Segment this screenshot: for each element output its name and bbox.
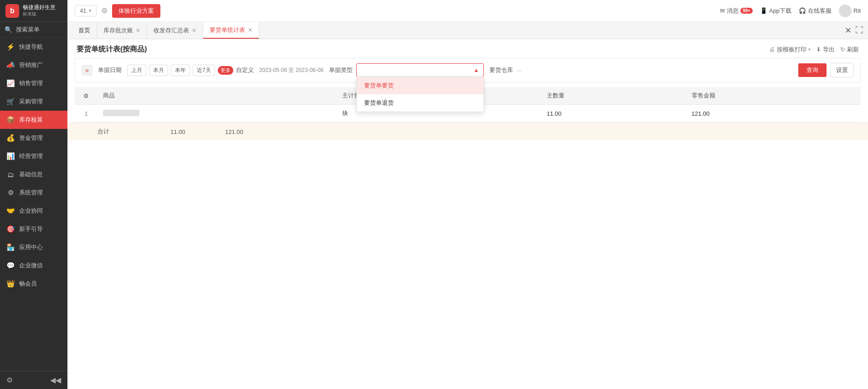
tab-home[interactable]: 首页: [72, 22, 97, 39]
user-area[interactable]: Rit: [839, 5, 861, 17]
enterprise-icon: 🤝: [6, 207, 15, 215]
row-amount: 121.00: [686, 105, 861, 123]
print-icon: 🖨: [769, 46, 775, 53]
messages-action[interactable]: ✉ 消息 99+: [720, 7, 753, 15]
warehouse-dots[interactable]: ···: [517, 67, 522, 74]
app-download-label: App下载: [769, 7, 791, 15]
sidebar-item-inventory[interactable]: 📦 库存核算: [0, 111, 67, 129]
avatar: [839, 5, 852, 17]
settings-footer-icon[interactable]: ⚙: [6, 376, 13, 384]
online-service-action[interactable]: 🎧 在线客服: [799, 7, 832, 15]
dropdown-option-1[interactable]: 要货单退货: [357, 94, 483, 112]
store-selector[interactable]: 41 ▾: [75, 5, 97, 16]
sidebar-item-label: 销售管理: [19, 79, 43, 87]
sidebar-item-label: 经营管理: [19, 152, 43, 160]
tab-bar: 首页 库存批次账 ✕ 收发存汇总表 ✕ 要货单统计表 ✕ ✕ ⛶: [67, 22, 868, 39]
app-download-action[interactable]: 📱 App下载: [760, 7, 791, 15]
sidebar-item-guide[interactable]: 🎯 新手引导: [0, 220, 67, 238]
tab-home-label: 首页: [78, 26, 90, 35]
close-tab-inventory-batch-icon[interactable]: ✕: [136, 27, 140, 34]
tab-inventory-batch-label: 库存批次账: [103, 26, 133, 35]
sidebar-item-finance[interactable]: 💰 资金管理: [0, 129, 67, 147]
tab-order-stats-label: 要货单统计表: [210, 26, 245, 34]
sidebar-item-system[interactable]: ⚙ 系统管理: [0, 184, 67, 202]
table-footer: 合计 11.00 121.00: [67, 123, 868, 140]
sidebar-item-quick-nav[interactable]: ⚡ 快捷导航: [0, 38, 67, 56]
finance-icon: 💰: [6, 134, 15, 142]
header-left: 41 ▾ ⚙ 体验行业方案: [75, 4, 160, 18]
close-tab-receive-summary-icon[interactable]: ✕: [192, 27, 196, 34]
refresh-icon: ↻: [840, 46, 845, 53]
top-header: 41 ▾ ⚙ 体验行业方案 ✉ 消息 99+ 📱 App下载 🎧 在线客服 R: [67, 0, 868, 22]
header-gear-icon[interactable]: ⚙: [101, 6, 108, 15]
sidebar-item-label: 基础信息: [19, 170, 43, 179]
type-select-wrap: 单据类型 ▲ 要货单要货 要货单退货: [329, 63, 484, 77]
sidebar-item-sales[interactable]: 📈 销售管理: [0, 74, 67, 92]
sidebar-item-basic[interactable]: 🗂 基础信息: [0, 165, 67, 184]
page-actions: 🖨 按模板打印 ▾ ⬇ 导出 ↻ 刷新: [769, 46, 859, 54]
export-action[interactable]: ⬇ 导出: [816, 46, 835, 54]
sidebar-item-operations[interactable]: 📊 经营管理: [0, 147, 67, 165]
sidebar-item-enterprise[interactable]: 🤝 企业协同: [0, 202, 67, 220]
type-select-box[interactable]: ▲ 要货单要货 要货单退货: [356, 63, 484, 77]
type-select-arrow-icon: ▲: [473, 67, 479, 73]
search-menu-label: 搜索菜单: [16, 26, 40, 34]
print-action[interactable]: 🖨 按模板打印 ▾: [769, 46, 811, 54]
system-icon: ⚙: [6, 189, 15, 197]
col-quantity: 主数量: [541, 87, 686, 105]
basic-icon: 🗂: [6, 171, 15, 179]
download-icon: 📱: [760, 7, 767, 14]
date-this-month-btn[interactable]: 本月: [149, 65, 168, 76]
tab-receive-summary[interactable]: 收发存汇总表 ✕: [147, 22, 203, 39]
col-amount: 零售金额: [686, 87, 861, 105]
tab-inventory-batch[interactable]: 库存批次账 ✕: [97, 22, 147, 39]
sidebar-item-label: 采购管理: [19, 97, 43, 106]
row-index: 1: [75, 105, 98, 123]
date-this-year-btn[interactable]: 本年: [171, 65, 190, 76]
sidebar-item-marketing[interactable]: 📣 营销推广: [0, 56, 67, 74]
collapse-icon[interactable]: ◀◀: [50, 376, 61, 384]
date-last-7-days-btn[interactable]: 近7天: [193, 65, 215, 76]
logo-sub: 标准版: [23, 11, 56, 17]
logo-name: 畅捷通好生意: [23, 4, 56, 11]
date-more-badge[interactable]: 更多: [218, 66, 233, 75]
date-custom-btn[interactable]: 自定义: [236, 66, 254, 74]
page-title: 要货单统计表(按商品): [77, 45, 147, 54]
wechat-icon: 💬: [6, 261, 15, 270]
col-settings-icon[interactable]: ⚙: [83, 92, 89, 99]
sidebar-item-label: 畅会员: [19, 280, 37, 288]
store-name: 41: [80, 7, 86, 14]
date-prev-month-btn[interactable]: 上月: [127, 65, 146, 76]
online-service-label: 在线客服: [808, 7, 832, 15]
sidebar-item-label: 系统管理: [19, 189, 43, 197]
sidebar-item-appstore[interactable]: 🏪 应用中心: [0, 238, 67, 256]
type-dropdown-menu: 要货单要货 要货单退货: [356, 77, 484, 112]
warehouse-wrap: 要货仓库 ···: [489, 66, 522, 74]
refresh-label: 刷新: [847, 46, 859, 54]
date-buttons: 上月 本月 本年 近7天 更多 自定义: [127, 65, 254, 76]
dropdown-option-0[interactable]: 要货单要货: [357, 77, 483, 94]
tab-order-stats[interactable]: 要货单统计表 ✕: [203, 22, 259, 39]
messages-badge: 99+: [740, 8, 753, 14]
filter-bar: » 单据日期 上月 本月 本年 近7天 更多 自定义 2023-05-06 至 …: [75, 58, 861, 82]
sidebar-item-purchase[interactable]: 🛒 采购管理: [0, 92, 67, 111]
maximize-button[interactable]: ⛶: [855, 26, 863, 35]
close-tab-order-stats-icon[interactable]: ✕: [248, 27, 252, 33]
sidebar-item-label: 企业微信: [19, 261, 43, 270]
search-menu[interactable]: 🔍 搜索菜单: [0, 22, 67, 38]
query-button[interactable]: 查询: [798, 63, 827, 77]
sales-icon: 📈: [6, 79, 15, 87]
message-icon: ✉: [720, 7, 725, 14]
close-all-tabs-button[interactable]: ✕: [845, 26, 852, 36]
col-settings[interactable]: ⚙: [75, 87, 98, 105]
type-filter-label: 单据类型: [329, 66, 353, 74]
marketing-icon: 📣: [6, 61, 15, 69]
sidebar-item-wechat[interactable]: 💬 企业微信: [0, 256, 67, 275]
refresh-action[interactable]: ↻ 刷新: [840, 46, 859, 54]
date-filter-label: 单据日期: [98, 66, 122, 74]
trial-button[interactable]: 体验行业方案: [112, 4, 160, 18]
filter-expand-button[interactable]: »: [82, 65, 92, 76]
filter-right-actions: 查询 设置: [798, 63, 854, 77]
settings-button[interactable]: 设置: [830, 63, 854, 77]
sidebar-item-member[interactable]: 👑 畅会员: [0, 275, 67, 293]
